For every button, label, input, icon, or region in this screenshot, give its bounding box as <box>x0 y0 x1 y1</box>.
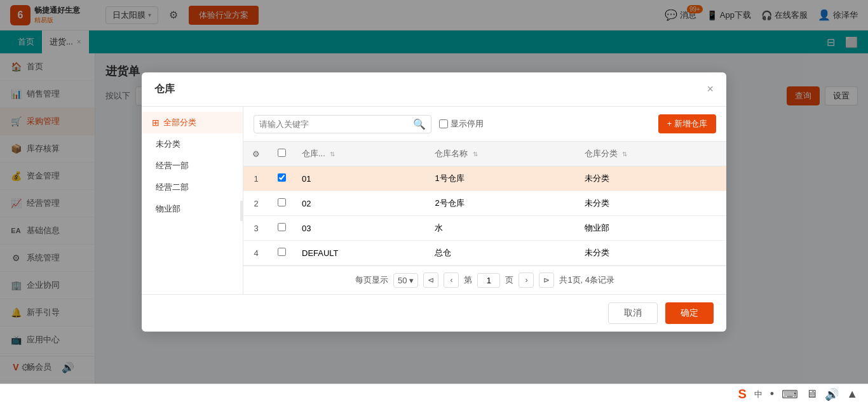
modal-category-panel: ⊞ 全部分类 未分类 经营一部 经营二部 物业部 <box>142 107 243 294</box>
category-operations-1[interactable]: 经营一部 <box>142 155 243 177</box>
search-input[interactable] <box>259 119 413 129</box>
modal-close-btn[interactable]: × <box>707 83 714 96</box>
warehouse-table: ⚙ 仓库... ⇅ 仓库名称 <box>243 142 726 266</box>
col-header-name: 仓库名称 ⇅ <box>427 142 576 166</box>
col-header-category: 仓库分类 ⇅ <box>577 142 726 166</box>
table-header-row: ⚙ 仓库... ⇅ 仓库名称 <box>243 142 726 166</box>
col-header-cb <box>269 142 294 166</box>
category-unclassified[interactable]: 未分类 <box>142 133 243 155</box>
row-code-cell: 02 <box>294 191 427 216</box>
row-number: 1 <box>243 166 269 191</box>
modal-header: 仓库 × <box>142 72 726 107</box>
row-category-cell: 未分类 <box>577 191 726 216</box>
row-checkbox-cell <box>269 166 294 191</box>
sort-code-icon[interactable]: ⇅ <box>330 151 335 158</box>
modal-toolbar: 🔍 显示停用 + 新增仓库 <box>243 107 726 142</box>
warehouse-table-wrap: ⚙ 仓库... ⇅ 仓库名称 <box>243 142 726 266</box>
sort-name-icon[interactable]: ⇅ <box>473 151 478 158</box>
per-page-select[interactable]: 50 ▾ <box>393 273 418 288</box>
row-number: 4 <box>243 241 269 266</box>
category-all[interactable]: ⊞ 全部分类 <box>142 112 243 133</box>
table-row[interactable]: 2 02 2号仓库 未分类 <box>243 191 726 216</box>
page-number-input[interactable] <box>477 273 500 288</box>
table-row[interactable]: 1 01 1号仓库 未分类 <box>243 166 726 191</box>
row-checkbox-cell <box>269 241 294 266</box>
bottom-bar: S 中 • ⌨ 🖥 🔊 ▲ <box>0 384 868 404</box>
modal-overlay[interactable]: 仓库 × ⊞ 全部分类 未分类 经营一部 <box>0 0 868 404</box>
search-box: 🔍 <box>254 115 431 133</box>
cancel-btn[interactable]: 取消 <box>608 302 658 324</box>
row-category-cell: 物业部 <box>577 216 726 241</box>
warehouse-table-body: 1 01 1号仓库 未分类 2 02 2号仓库 未分类 3 03 水 物业部 4… <box>243 166 726 266</box>
show-disabled-label[interactable]: 显示停用 <box>439 118 484 130</box>
row-checkbox[interactable] <box>278 198 286 206</box>
row-category-cell: 未分类 <box>577 166 726 191</box>
row-code-cell: 01 <box>294 166 427 191</box>
row-name-cell: 水 <box>427 216 576 241</box>
row-category-cell: 未分类 <box>577 241 726 266</box>
row-checkbox-cell <box>269 191 294 216</box>
row-name-cell: 2号仓库 <box>427 191 576 216</box>
first-page-btn[interactable]: ⊲ <box>423 273 438 288</box>
search-icon[interactable]: 🔍 <box>413 118 426 130</box>
keyboard-icon[interactable]: ⌨ <box>782 387 798 401</box>
row-code-cell: 03 <box>294 216 427 241</box>
row-checkbox-cell <box>269 216 294 241</box>
modal-title: 仓库 <box>154 83 175 96</box>
add-warehouse-btn[interactable]: + 新增仓库 <box>658 114 716 133</box>
table-row[interactable]: 3 03 水 物业部 <box>243 216 726 241</box>
speaker-icon[interactable]: 🔊 <box>825 387 839 401</box>
row-name-cell: 总仓 <box>427 241 576 266</box>
category-operations-2[interactable]: 经营二部 <box>142 177 243 198</box>
row-number: 2 <box>243 191 269 216</box>
col-header-code: 仓库... ⇅ <box>294 142 427 166</box>
bottom-icon-lang[interactable]: 中 <box>754 389 763 400</box>
row-checkbox[interactable] <box>278 248 286 256</box>
last-page-btn[interactable]: ⊳ <box>539 273 554 288</box>
bottom-icon-dot[interactable]: • <box>770 387 774 401</box>
category-property[interactable]: 物业部 <box>142 198 243 220</box>
row-name-cell: 1号仓库 <box>427 166 576 191</box>
row-checkbox[interactable] <box>278 223 286 231</box>
table-row[interactable]: 4 DEFAULT 总仓 未分类 <box>243 241 726 266</box>
confirm-btn[interactable]: 确定 <box>665 302 714 324</box>
warehouse-modal: 仓库 × ⊞ 全部分类 未分类 经营一部 <box>142 72 726 332</box>
modal-body: ⊞ 全部分类 未分类 经营一部 经营二部 物业部 <box>142 107 726 294</box>
modal-pagination: 每页显示 50 ▾ ⊲ ‹ 第 页 › <box>243 266 726 294</box>
next-page-btn[interactable]: › <box>519 273 534 288</box>
col-header-gear: ⚙ <box>243 142 269 166</box>
arrow-up-icon[interactable]: ▲ <box>846 387 858 401</box>
sort-category-icon[interactable]: ⇅ <box>622 151 627 158</box>
modal-footer: 取消 确定 <box>142 294 726 332</box>
row-checkbox[interactable] <box>278 173 286 182</box>
prev-page-btn[interactable]: ‹ <box>444 273 459 288</box>
category-all-icon: ⊞ <box>152 118 159 128</box>
row-number: 3 <box>243 216 269 241</box>
bottom-icon-s[interactable]: S <box>738 387 747 401</box>
panel-collapse-btn[interactable]: 《 <box>240 201 243 221</box>
show-disabled-checkbox[interactable] <box>439 119 448 128</box>
select-all-checkbox[interactable] <box>278 149 286 157</box>
row-code-cell: DEFAULT <box>294 241 427 266</box>
modal-right-panel: 🔍 显示停用 + 新增仓库 ⚙ <box>243 107 726 294</box>
monitor-icon[interactable]: 🖥 <box>806 387 817 401</box>
